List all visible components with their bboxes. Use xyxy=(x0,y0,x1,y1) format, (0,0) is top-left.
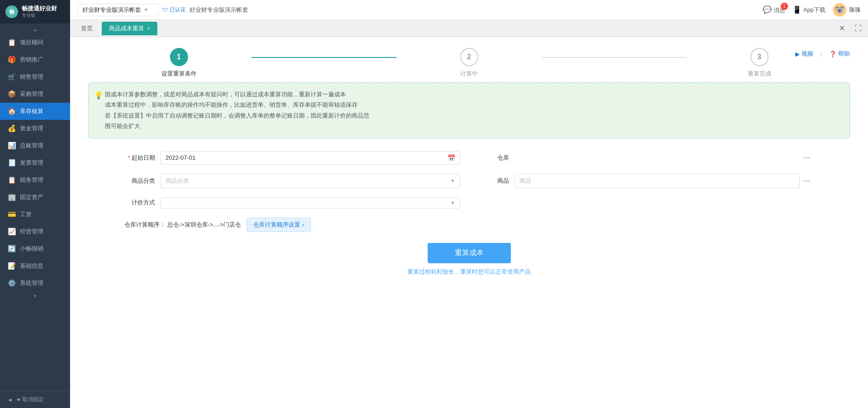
notice-text: 因成本计算参数调整，或是对商品成本有疑问时，可以通过成本重算功能，重新计算一遍成… xyxy=(105,89,840,132)
sidebar-item-zijin[interactable]: 💰 资金管理 xyxy=(0,120,70,137)
goods-select-button[interactable]: ··· xyxy=(800,176,814,185)
recalc-button[interactable]: 重算成本 xyxy=(428,243,511,263)
invoice-icon: 🧾 xyxy=(7,159,16,167)
account-dropdown-arrow: ▼ xyxy=(144,7,148,12)
sidebar-title-group: 畅捷通好业财 专业版 xyxy=(22,5,57,19)
start-date-input[interactable] xyxy=(161,152,443,164)
sidebar-item-xiangmu[interactable]: 📋 项目顾问 xyxy=(0,34,70,51)
phone-icon: 📱 xyxy=(793,5,802,14)
sidebar-item-fapiao[interactable]: 🧾 发票管理 xyxy=(0,154,70,171)
sidebar-header: 畅 畅捷通好业财 专业版 xyxy=(0,0,70,24)
help-label: 帮助 xyxy=(838,50,850,58)
step-line-1 xyxy=(251,57,396,58)
tab-recalc[interactable]: 商品成本重算 × xyxy=(102,22,157,35)
goods-placeholder: 商品 xyxy=(519,177,531,184)
topbar: 好业财专业版演示帐套 ▼ 🛡 已认证 好业财专业版演示帐套 💬 消息 1 📱 A… xyxy=(70,0,868,20)
step-3-label: 重算完成 xyxy=(748,70,771,78)
warehouse-order-label: 仓库计算顺序： xyxy=(124,221,165,228)
expense-icon: 🔄 xyxy=(7,245,16,253)
notice-line-4: 围可能会扩大 xyxy=(105,121,840,131)
salary-icon: 💳 xyxy=(7,210,16,218)
app-download-button[interactable]: 📱 App下载 xyxy=(793,5,826,14)
sidebar-item-label: 固定资产 xyxy=(20,193,43,201)
form-right-1: 仓库 ··· xyxy=(460,153,814,162)
category-select[interactable]: 商品分类 ▼ xyxy=(160,174,460,188)
step-3: 3 重算完成 xyxy=(687,48,832,78)
form-row-1: 起始日期 📅 仓库 ··· xyxy=(124,151,814,165)
sidebar-item-caigou[interactable]: 📦 采购管理 xyxy=(0,85,70,103)
asset-icon: 🏢 xyxy=(7,193,16,201)
warehouse-order-prefix: 仓库计算顺序： 总仓->深圳仓库->...->门店仓 xyxy=(124,221,241,229)
form-row-2: 商品分类 商品分类 ▼ 商品 商品 ··· xyxy=(124,174,814,188)
ledger-icon: 📊 xyxy=(7,142,16,150)
step-1-circle: 1 xyxy=(170,48,188,66)
account-selector[interactable]: 好业财专业版演示帐套 ▼ xyxy=(77,4,159,16)
price-method-label: 计价方式 xyxy=(124,199,160,207)
step-1: 1 设置重算条件 xyxy=(106,48,251,78)
sidebar-item-label: 营销推广 xyxy=(20,56,43,64)
system-icon: ⚙️ xyxy=(7,279,16,287)
warehouse-select-button[interactable]: ··· xyxy=(800,153,814,162)
message-button[interactable]: 💬 消息 1 xyxy=(763,5,785,14)
warehouse-settings-label: 仓库计算顺序设置 xyxy=(253,221,300,229)
recalc-container: 重算成本 重算过程耗时较长，重算时您可以正常使用产品 xyxy=(70,243,868,276)
sidebar-unpin-button[interactable]: ◄ ◄ 取消固定 xyxy=(0,391,70,408)
content-area: 1 设置重算条件 2 计算中 3 重算完成 xyxy=(70,37,868,408)
sidebar-item-kucun[interactable]: 🏠 库存核算 xyxy=(0,103,70,120)
sidebar-item-label: 税务管理 xyxy=(20,176,43,184)
verified-account-name: 好业财专业版演示帐套 xyxy=(189,6,248,14)
sidebar-subtitle: 专业版 xyxy=(22,12,57,19)
step-line-2 xyxy=(542,57,687,58)
sidebar-item-xiaoshou[interactable]: 🛒 销售管理 xyxy=(0,68,70,85)
start-date-input-wrapper[interactable]: 📅 xyxy=(160,151,460,165)
chevron-right-icon: › xyxy=(302,221,304,228)
step-2-label: 计算中 xyxy=(460,70,478,78)
sidebar-item-label: 项目顾问 xyxy=(20,38,43,47)
recalc-hint: 重算过程耗时较长，重算时您可以正常使用产品 xyxy=(407,268,531,276)
scroll-down-arrow[interactable]: ▼ xyxy=(33,294,38,299)
tabbar: 首页 商品成本重算 × ✕ ⛶ xyxy=(70,20,868,37)
calendar-icon[interactable]: 📅 xyxy=(443,152,460,164)
sidebar-item-label: 资金管理 xyxy=(20,124,43,133)
sidebar-item-xitong[interactable]: ⚙️ 系统管理 xyxy=(0,275,70,292)
sidebar-item-jichuxinxi[interactable]: 📝 基础信息 xyxy=(0,257,70,275)
warehouse-order-settings-button[interactable]: 仓库计算顺序设置 › xyxy=(246,218,311,232)
form-area: 起始日期 📅 仓库 ··· 商品分类 商品分类 xyxy=(70,151,868,209)
sidebar-item-zongzhang[interactable]: 📊 总账管理 xyxy=(0,137,70,154)
step-1-num: 1 xyxy=(177,53,181,61)
category-label: 商品分类 xyxy=(124,177,160,185)
app-download-label: App下载 xyxy=(803,6,826,14)
unpin-icon: ◄ xyxy=(7,397,13,403)
recalc-label: 重算成本 xyxy=(455,249,484,256)
warehouse-order-value: 总仓->深圳仓库->...->门店仓 xyxy=(167,221,241,228)
sidebar-item-jingying[interactable]: 📈 经营管理 xyxy=(0,223,70,240)
sidebar-item-yingxiao[interactable]: 🎁 营销推广 xyxy=(0,51,70,68)
sidebar-item-label: 库存核算 xyxy=(20,107,43,115)
sidebar-item-shuiwu[interactable]: 📋 税务管理 xyxy=(0,171,70,189)
unpin-label: ◄ 取消固定 xyxy=(15,396,44,403)
sidebar-nav: ▲ 📋 项目顾问 🎁 营销推广 🛒 销售管理 📦 采购管理 🏠 库存核算 💰 资… xyxy=(0,24,70,391)
management-icon: 📈 xyxy=(7,228,16,236)
sidebar-item-gongzi[interactable]: 💳 工资 xyxy=(0,206,70,223)
sidebar-item-baoxiao[interactable]: 🔄 小畅报销 xyxy=(0,240,70,257)
price-method-select[interactable]: ▼ xyxy=(160,197,460,209)
start-date-label: 起始日期 xyxy=(124,154,160,162)
tab-recalc-label: 商品成本重算 xyxy=(109,24,144,33)
inventory-icon: 🏠 xyxy=(7,107,16,115)
sidebar-item-gudingzichan[interactable]: 🏢 固定资产 xyxy=(0,189,70,206)
expand-button[interactable]: ⛶ xyxy=(852,22,864,35)
close-window-button[interactable]: ✕ xyxy=(835,22,848,35)
message-badge: 1 xyxy=(781,3,788,10)
form-left-1: 起始日期 📅 xyxy=(124,151,460,165)
scroll-up-arrow[interactable]: ▲ xyxy=(33,27,38,32)
verified-badge: 🛡 已认证 xyxy=(162,6,186,14)
sidebar-item-label: 总账管理 xyxy=(20,142,43,150)
project-icon: 📋 xyxy=(7,38,16,47)
tab-home[interactable]: 首页 xyxy=(74,22,100,35)
user-name: 珠珠 xyxy=(849,6,861,14)
tab-close-icon[interactable]: × xyxy=(147,25,150,32)
category-placeholder: 商品分类 xyxy=(165,177,451,185)
goods-input-area[interactable]: 商品 xyxy=(514,174,800,188)
help-link[interactable]: ❓ 帮助 xyxy=(829,50,850,58)
user-profile[interactable]: 🐨 珠珠 xyxy=(833,3,861,17)
